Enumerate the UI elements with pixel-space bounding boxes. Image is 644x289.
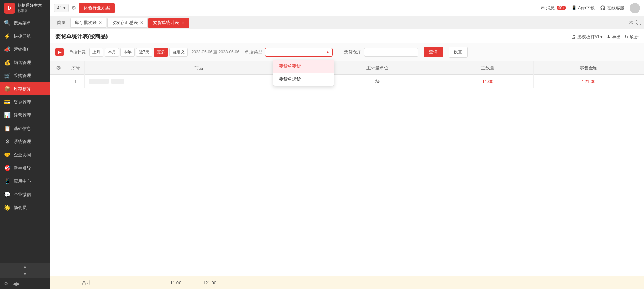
service-btn[interactable]: 🎧 在线客服	[600, 5, 624, 11]
tab-close-inventory-batch[interactable]: ✕	[99, 21, 102, 25]
warehouse-value	[367, 50, 368, 55]
marketing-icon: 📣	[4, 46, 11, 52]
sidebar-scroll-up-btn[interactable]: ▲	[0, 263, 50, 270]
tab-inventory-batch[interactable]: 库存批次账 ✕	[70, 18, 106, 28]
appstore-icon: 📱	[4, 178, 11, 184]
app-logo-icon: b	[4, 3, 15, 14]
table-row: 1 块 11.00 121.00	[50, 75, 644, 88]
table-settings-icon[interactable]: ⚙	[56, 65, 61, 71]
date-btn-this-month[interactable]: 本月	[105, 48, 119, 57]
warehouse-input-box[interactable]	[364, 48, 418, 57]
tabs-bar: 首页 库存批次账 ✕ 收发存汇总表 ✕ 要货单统计表 ✕ ✕ ⛶	[50, 16, 644, 29]
date-btn-7days[interactable]: 近7天	[136, 48, 152, 57]
bill-type-more-icon[interactable]: ···	[334, 49, 338, 55]
collapse-sidebar-icon[interactable]: ◀▶	[13, 281, 20, 286]
bill-type-value	[268, 50, 269, 55]
settings-bottom-icon[interactable]: ⚙	[4, 281, 8, 286]
message-badge: 99+	[557, 6, 566, 10]
topbar: 41 ▾ ⚙ 体验行业方案 ✉ 消息 99+ 📱 App下载 🎧 在线客服	[50, 0, 644, 16]
sidebar-item-purchase[interactable]: 🛒 采购管理	[0, 69, 50, 82]
sidebar-item-sales[interactable]: 💰 销售管理	[0, 56, 50, 69]
shortcut-icon: ⚡	[4, 33, 11, 39]
row-sale-cell[interactable]: 121.00	[533, 75, 644, 88]
sidebar-item-basic[interactable]: 📋 基础信息	[0, 122, 50, 135]
sidebar-item-operations[interactable]: 📊 经营管理	[0, 109, 50, 122]
app-download-btn[interactable]: 📱 App下载	[571, 5, 595, 11]
print-btn[interactable]: 🖨 按模板打印 ▾	[571, 34, 603, 40]
chevron-down-icon: ▾	[63, 5, 66, 10]
store-selector[interactable]: 41 ▾	[54, 4, 69, 12]
sidebar-item-system[interactable]: ⚙ 系统管理	[0, 135, 50, 148]
date-btn-more[interactable]: 更多	[154, 48, 168, 57]
tabs-actions: ✕ ⛶	[629, 19, 641, 26]
sidebar-item-search[interactable]: 🔍 搜索菜单	[0, 16, 50, 29]
sidebar-bottom: ⚙ ◀▶	[0, 278, 50, 289]
sidebar-item-finance[interactable]: 💳 资金管理	[0, 95, 50, 109]
row-no-cell: 1	[67, 75, 84, 88]
topbar-settings-icon[interactable]: ⚙	[71, 5, 76, 11]
date-range-display: 2023-05-06 至 2023-06-06	[192, 49, 239, 55]
inventory-icon: 📦	[4, 86, 11, 92]
footer-sale-val: 121.00	[193, 280, 226, 285]
mobile-icon: 📱	[571, 5, 577, 10]
sidebar-item-shortcut[interactable]: ⚡ 快捷导航	[0, 29, 50, 43]
sidebar-item-wechat[interactable]: 💬 企业微信	[0, 188, 50, 201]
sidebar-item-inventory[interactable]: 📦 库存核算	[0, 82, 50, 95]
sales-icon: 💰	[4, 59, 11, 66]
sidebar-item-guide[interactable]: 🎯 新手引导	[0, 161, 50, 175]
sidebar-item-member[interactable]: 🌟 畅会员	[0, 201, 50, 214]
tab-close-recv-summary[interactable]: ✕	[140, 21, 143, 25]
date-btn-this-year[interactable]: 本年	[120, 48, 135, 57]
trial-btn[interactable]: 体验行业方案	[79, 3, 115, 13]
refresh-btn[interactable]: ↻ 刷新	[625, 34, 639, 40]
sidebar: b 畅捷通好生意 标准版 🔍 搜索菜单 ⚡ 快捷导航 📣 营销推广 💰 销售管理…	[0, 0, 50, 289]
purchase-icon: 🛒	[4, 72, 11, 79]
query-btn[interactable]: 查询	[424, 47, 443, 57]
guide-icon: 🎯	[4, 165, 11, 171]
user-avatar[interactable]	[630, 3, 640, 13]
print-icon: 🖨	[571, 34, 576, 39]
tab-close-order-stats[interactable]: ✕	[181, 21, 185, 25]
date-btn-last-month[interactable]: 上月	[89, 48, 103, 57]
sidebar-item-appstore[interactable]: 📱 应用中心	[0, 175, 50, 188]
export-icon: ⬇	[607, 34, 611, 39]
tab-home[interactable]: 首页	[53, 18, 70, 28]
page-header: 要货单统计表(按商品) 🖨 按模板打印 ▾ ⬇ 导出 ↻ 刷新	[50, 29, 644, 43]
date-btns: 上月 本月 本年 近7天 更多 自定义	[89, 48, 188, 57]
date-filter-label: 单据日期	[69, 49, 87, 55]
sidebar-scroll-down-btn[interactable]: ▼	[0, 270, 50, 278]
bill-type-dropdown: 要货单要货 要货单退货	[273, 60, 334, 86]
col-settings-th[interactable]: ⚙	[50, 61, 67, 75]
dropdown-item-purchase-order[interactable]: 要货单要货	[273, 60, 334, 73]
data-table: ⚙ 序号 商品 主计量单位 主数量 零售金额 1	[50, 61, 644, 88]
system-icon: ⚙	[4, 138, 11, 145]
bill-type-chevron-up-icon: ▲	[326, 50, 330, 54]
tab-recv-summary[interactable]: 收发存汇总表 ✕	[107, 18, 148, 28]
goods-tag-1	[89, 79, 109, 84]
row-qty-cell[interactable]: 11.00	[442, 75, 533, 88]
settings-filter-btn[interactable]: 设置	[449, 47, 468, 58]
chevron-down-print-icon: ▾	[600, 34, 603, 39]
table-footer: 合计 11.00 121.00	[50, 276, 644, 289]
topbar-right: ✉ 消息 99+ 📱 App下载 🎧 在线客服	[541, 3, 640, 13]
dropdown-item-purchase-return[interactable]: 要货单退货	[273, 73, 334, 86]
filter-expand-btn[interactable]: ▶	[55, 48, 64, 56]
member-icon: 🌟	[4, 204, 11, 211]
table-container: ⚙ 序号 商品 主计量单位 主数量 零售金额 1	[50, 61, 644, 276]
basic-icon: 📋	[4, 125, 11, 132]
expand-icon: ▶	[58, 49, 62, 55]
topbar-left: 41 ▾ ⚙ 体验行业方案	[54, 3, 537, 13]
sidebar-item-enterprise[interactable]: 🤝 企业协同	[0, 148, 50, 161]
enterprise-icon: 🤝	[4, 152, 11, 158]
headset-icon: 🎧	[600, 5, 605, 10]
date-btn-custom[interactable]: 自定义	[169, 48, 188, 57]
tab-order-stats[interactable]: 要货单统计表 ✕	[148, 18, 189, 28]
bill-type-select: ▲ ···	[265, 48, 338, 57]
close-all-tabs-icon[interactable]: ✕	[629, 19, 633, 26]
messages-btn[interactable]: ✉ 消息 99+	[541, 5, 566, 11]
fullscreen-icon[interactable]: ⛶	[636, 20, 641, 26]
bill-type-input-box[interactable]: ▲	[265, 48, 333, 57]
warehouse-label: 要货仓库	[344, 49, 361, 55]
export-btn[interactable]: ⬇ 导出	[607, 34, 621, 40]
sidebar-item-marketing[interactable]: 📣 营销推广	[0, 43, 50, 56]
